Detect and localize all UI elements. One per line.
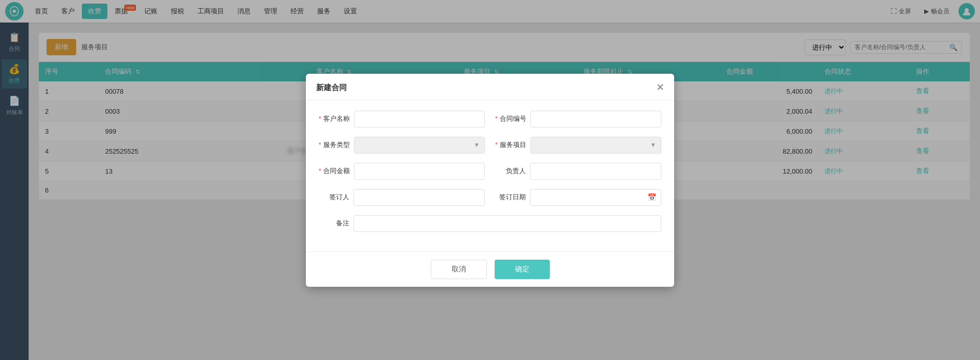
date-input-wrapper: 2023-06-06 📅 <box>530 189 661 206</box>
responsible-label: 负责人 <box>495 166 526 176</box>
sign-date-label: 签订日期 <box>495 193 526 202</box>
sign-date-input[interactable]: 2023-06-06 <box>530 189 661 206</box>
amount-input[interactable]: 0.00 <box>354 163 485 180</box>
form-group-amount: 合同金额 0.00 <box>319 163 485 180</box>
confirm-button[interactable]: 确定 <box>495 260 550 279</box>
remark-input[interactable] <box>353 215 661 232</box>
form-group-contract-no: 合同编号 <box>495 111 661 128</box>
signer-label: 签订人 <box>319 193 349 202</box>
service-type-label: 服务类型 <box>319 140 350 150</box>
form-row-3: 合同金额 0.00 负责人 <box>319 163 661 180</box>
close-icon[interactable]: ✕ <box>656 83 664 92</box>
form-group-sign-date: 签订日期 2023-06-06 📅 <box>495 189 661 206</box>
remark-label: 备注 <box>319 219 349 228</box>
modal-overlay: 新建合同 ✕ 客户名称 合同编号 服务类型 <box>0 0 980 360</box>
form-group-service-type: 服务类型 ▼ <box>319 137 485 154</box>
form-group-customer: 客户名称 <box>319 111 485 128</box>
service-item-label: 服务项目 <box>495 140 526 150</box>
responsible-input[interactable] <box>530 163 661 180</box>
service-type-select[interactable] <box>354 137 485 154</box>
service-type-wrapper: ▼ <box>354 137 485 154</box>
form-row-5: 备注 <box>319 215 661 232</box>
form-row-4: 签订人 签订日期 2023-06-06 📅 <box>319 189 661 206</box>
modal-footer: 取消 确定 <box>306 251 674 287</box>
modal-title: 新建合同 <box>316 83 347 93</box>
modal-header: 新建合同 ✕ <box>306 74 674 100</box>
modal-body: 客户名称 合同编号 服务类型 ▼ <box>306 100 674 251</box>
customer-input[interactable] <box>354 111 485 128</box>
customer-label: 客户名称 <box>319 114 350 123</box>
amount-label: 合同金额 <box>319 166 350 176</box>
service-item-wrapper: ▼ <box>530 137 661 154</box>
new-contract-modal: 新建合同 ✕ 客户名称 合同编号 服务类型 <box>306 74 674 287</box>
form-group-responsible: 负责人 <box>495 163 661 180</box>
form-group-remark: 备注 <box>319 215 661 232</box>
form-row-2: 服务类型 ▼ 服务项目 ▼ <box>319 137 661 154</box>
form-row-1: 客户名称 合同编号 <box>319 111 661 128</box>
form-group-signer: 签订人 <box>319 189 485 206</box>
service-item-select[interactable] <box>530 137 661 154</box>
calendar-icon[interactable]: 📅 <box>648 193 656 201</box>
contract-no-input[interactable] <box>530 111 661 128</box>
contract-no-label: 合同编号 <box>495 114 526 123</box>
form-group-service-item: 服务项目 ▼ <box>495 137 661 154</box>
cancel-button[interactable]: 取消 <box>431 260 487 279</box>
signer-input[interactable] <box>353 189 485 206</box>
